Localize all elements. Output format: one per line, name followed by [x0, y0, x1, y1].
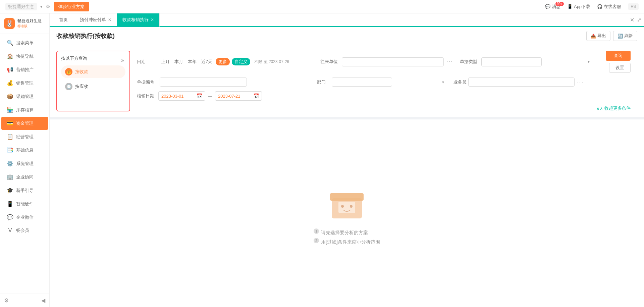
refresh-button[interactable]: 🔄 刷新 [613, 31, 637, 41]
sidebar-item-basic[interactable]: 📑 基础信息 [1, 144, 48, 157]
doctype-label: 单据类型 [460, 59, 479, 65]
svg-point-4 [350, 205, 353, 208]
tab-close-all-icon[interactable]: ✕ [630, 17, 634, 23]
dept-arrow-icon: ▾ [442, 80, 444, 85]
tab-prepay[interactable]: 预付冲应付单 ✕ [74, 13, 117, 27]
verifydate-start-input[interactable]: 2023-03-01 📅 [158, 91, 205, 101]
page-header-actions: 📤 导出 🔄 刷新 [586, 31, 637, 45]
sidebar-item-fund[interactable]: 💳 资金管理 [1, 117, 48, 130]
collapse-chevron-icon: ∧∧ [596, 106, 603, 111]
collapse-more-button[interactable]: ∧∧ 收起更多条件 [137, 105, 631, 111]
settings-gear-icon[interactable]: ⚙ [46, 3, 50, 10]
sidebar-item-system[interactable]: ⚙️ 系统管理 [1, 157, 48, 170]
staff-input[interactable] [468, 78, 574, 87]
doctype-select[interactable] [481, 57, 542, 66]
sidebar: 🐰 畅捷通好生意 标准版 🔍 搜索菜单 🏠 快捷导航 📢 营销推广 💰 销售管理 [0, 13, 50, 307]
sidebar-label-search: 搜索菜单 [16, 40, 34, 46]
tab-home[interactable]: 首页 [52, 13, 74, 27]
tab-bar-right: ✕ ⤢ [630, 17, 641, 23]
bottom-settings-icon[interactable]: ⚙ [4, 297, 9, 304]
filter-panel-title: 按以下方查询 [61, 55, 87, 61]
sidebar-label-system: 系统管理 [16, 161, 34, 167]
sidebar-item-purchase[interactable]: 📦 采购管理 [1, 90, 48, 103]
main-layout: 🐰 畅捷通好生意 标准版 🔍 搜索菜单 🏠 快捷导航 📢 营销推广 💰 销售管理 [0, 13, 644, 307]
sidebar-label-enterprise: 企业协同 [16, 174, 34, 180]
page-header: 收款核销执行(按收款) 📤 导出 🔄 刷新 [50, 27, 644, 45]
sidebar-item-hardware[interactable]: 📱 智能硬件 [1, 197, 48, 210]
logo-text: 畅捷通好生意 [17, 18, 42, 24]
export-button[interactable]: 📤 导出 [586, 31, 610, 41]
collapse-more-section: ∧∧ 收起更多条件 [137, 105, 631, 111]
sidebar-label-operations: 经营管理 [16, 134, 34, 140]
sidebar-item-quicknav[interactable]: 🏠 快捷导航 [1, 50, 48, 63]
date-btn-this-year[interactable]: 本年 [186, 58, 198, 65]
date-group: 上月 本月 本年 近7天 更多 自定义 [160, 58, 250, 65]
receivable-option-label: 按应收 [75, 84, 88, 90]
date-btn-more[interactable]: 更多 [216, 58, 230, 65]
verifydate-start-calendar-icon: 📅 [197, 93, 202, 99]
sidebar-item-search[interactable]: 🔍 搜索菜单 [1, 36, 48, 49]
date-btn-last-month[interactable]: 上月 [160, 58, 171, 65]
verifydate-range: 2023-03-01 📅 — 2023-07-21 📅 [158, 91, 262, 101]
home-icon: 🏠 [7, 53, 13, 59]
staff-dots-icon[interactable]: ··· [577, 79, 584, 85]
sidebar-label-basic: 基础信息 [16, 147, 34, 153]
counterpart-dots-icon[interactable]: ··· [446, 59, 453, 65]
sidebar-item-enterprise[interactable]: 🏢 企业协同 [1, 170, 48, 184]
sidebar-item-operations[interactable]: 📋 经营管理 [1, 130, 48, 143]
date-label: 日期 [137, 59, 157, 65]
empty-state: 1 请先选择要分析的方案 2 用[过滤]条件来缩小分析范围 [50, 119, 644, 307]
counterpart-input[interactable] [342, 57, 444, 66]
tab-prepay-close[interactable]: ✕ [108, 17, 111, 22]
brand-dropdown-icon[interactable]: ▾ [40, 4, 42, 9]
docno-input[interactable] [160, 78, 247, 87]
message-icon: 💬 [545, 4, 550, 9]
sidebar-label-quicknav: 快捷导航 [16, 53, 34, 59]
search-icon: 🔍 [7, 40, 13, 46]
tab-receipt-close[interactable]: ✕ [151, 17, 154, 22]
sidebar-item-guide[interactable]: 🎓 新手引导 [1, 184, 48, 197]
sidebar-item-weixin[interactable]: 💬 企业微信 [1, 211, 48, 224]
sidebar-item-marketing[interactable]: 📢 营销推广 [1, 63, 48, 76]
sidebar-label-purchase: 采购管理 [16, 94, 34, 100]
sidebar-item-sales[interactable]: 💰 销售管理 [1, 76, 48, 90]
sidebar-item-inventory[interactable]: 🏪 库存核算 [1, 103, 48, 116]
online-service-label: 在线客服 [604, 4, 621, 10]
brand-name: 畅捷通好生意 [5, 3, 37, 10]
online-service-button[interactable]: 🎧 在线客服 [597, 4, 621, 10]
empty-illustration [323, 180, 370, 221]
sidebar-collapse-icon[interactable]: ◀ [41, 297, 45, 304]
logo-icon: 🐰 [4, 18, 15, 29]
filter-actions: 查询 设置 [606, 51, 631, 73]
date-btn-7days[interactable]: 近7天 [200, 58, 214, 65]
dept-select[interactable] [332, 78, 392, 87]
app-download-button[interactable]: 📱 App下载 [567, 4, 590, 10]
filter-collapse-icon[interactable]: » [120, 57, 125, 63]
filter-option-by-receipt[interactable]: 💰 按收款 [61, 65, 125, 78]
date-btn-this-month[interactable]: 本月 [173, 58, 184, 65]
svg-point-3 [341, 205, 344, 208]
filter-area: 按以下方查询 » 💰 按收款 🕐 按应收 [50, 45, 644, 117]
verifydate-end-input[interactable]: 2023-07-21 📅 [215, 91, 262, 101]
solution-button[interactable]: 体验行业方案 [54, 2, 89, 11]
query-button[interactable]: 查询 [606, 51, 631, 61]
inventory-icon: 🏪 [7, 107, 13, 113]
staff-label: 业务员 [453, 79, 466, 85]
message-button[interactable]: 💬 消息 99+ [545, 4, 560, 10]
tab-receipt[interactable]: 收款核销执行 ✕ [117, 13, 160, 27]
tab-expand-icon[interactable]: ⤢ [637, 17, 641, 23]
date-btn-custom[interactable]: 自定义 [232, 58, 250, 65]
export-icon: 📤 [591, 34, 596, 39]
user-name: Rit [628, 3, 639, 10]
basic-icon: 📑 [7, 147, 13, 153]
system-icon: ⚙️ [7, 160, 13, 167]
filter-doctype-item: 单据类型 ▾ [460, 57, 592, 66]
setting-button[interactable]: 设置 [609, 63, 631, 73]
verifydate-end-calendar-icon: 📅 [253, 93, 259, 99]
filter-row-3: 核销日期 2023-03-01 📅 — 2023-07-21 📅 [137, 91, 631, 101]
filter-option-by-receivable[interactable]: 🕐 按应收 [61, 80, 125, 93]
empty-step-1: 1 请先选择要分析的方案 [314, 228, 380, 237]
service-icon: 🎧 [597, 4, 602, 9]
purchase-icon: 📦 [7, 93, 13, 100]
sidebar-item-vip[interactable]: V 畅会员 [1, 224, 48, 237]
